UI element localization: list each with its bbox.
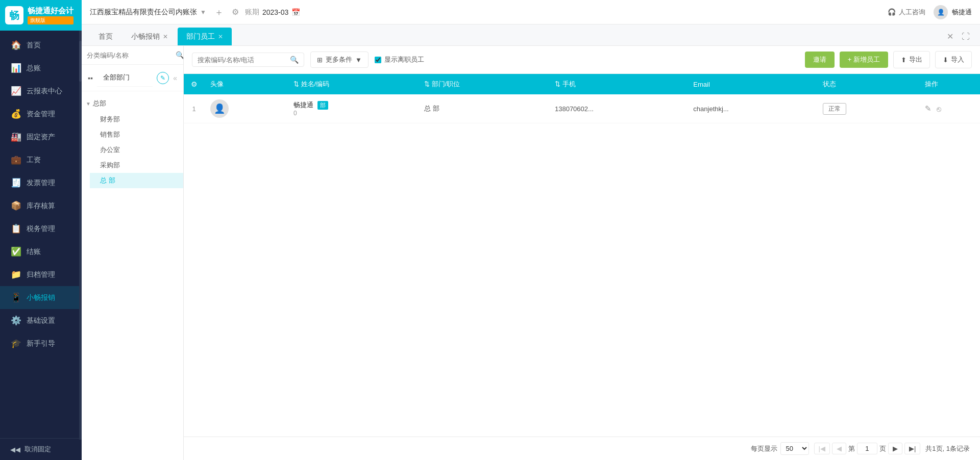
sidebar-item-assets[interactable]: 🏭 固定资产 bbox=[0, 125, 82, 148]
period-calendar-icon[interactable]: 📅 bbox=[291, 8, 300, 16]
sidebar-label-inventory: 库存核算 bbox=[27, 201, 55, 211]
topbar-service[interactable]: 🎧 人工咨询 bbox=[888, 8, 925, 17]
dept-tree: ▼ 总部 财务部 销售部 办公室 采购部 总 部 bbox=[82, 91, 183, 460]
reports-icon: 📈 bbox=[10, 86, 21, 96]
sidebar-item-reports[interactable]: 📈 云报表中心 bbox=[0, 80, 82, 103]
emp-search-input[interactable] bbox=[198, 56, 287, 64]
topbar-settings-icon[interactable]: ⚙ bbox=[232, 7, 239, 17]
sidebar-item-expense[interactable]: 📱 小畅报销 bbox=[0, 286, 82, 309]
pagination-total: 共1页, 1条记录 bbox=[925, 444, 970, 453]
emp-logout-btn[interactable]: ⎋ bbox=[937, 105, 941, 113]
page-first-btn[interactable]: |◀ bbox=[814, 443, 830, 454]
dept-edit-btn[interactable]: ✎ bbox=[157, 72, 169, 84]
page-next-btn[interactable]: ▶ bbox=[888, 443, 902, 454]
dept-search-bar: 🔍 bbox=[82, 46, 183, 65]
add-employee-button[interactable]: + 新增员工 bbox=[840, 52, 888, 68]
inventory-icon: 📦 bbox=[10, 200, 21, 211]
th-phone[interactable]: ⇅ 手机 bbox=[549, 74, 687, 94]
show-resigned-checkbox[interactable] bbox=[375, 57, 381, 63]
emp-toolbar-right: 邀请 + 新增员工 ⬆ 导出 ⬇ 导入 bbox=[805, 51, 972, 68]
dept-tree-item-general[interactable]: ▼ 总部 bbox=[82, 95, 183, 112]
company-dropdown-icon[interactable]: ▼ bbox=[200, 9, 206, 16]
import-button[interactable]: ⬇ 导入 bbox=[935, 51, 972, 68]
th-actions-label: 操作 bbox=[925, 80, 938, 88]
page-input[interactable] bbox=[857, 443, 877, 454]
tab-expand-btn[interactable]: ⛶ bbox=[960, 30, 972, 43]
topbar-user[interactable]: 👤 畅捷通 bbox=[934, 5, 972, 19]
dept-item-office[interactable]: 办公室 bbox=[90, 142, 183, 158]
checkout-icon: ✅ bbox=[10, 246, 21, 257]
page-last-btn[interactable]: ▶| bbox=[904, 443, 920, 454]
dept-item-sales[interactable]: 销售部 bbox=[90, 127, 183, 142]
th-name-label: 姓名/编码 bbox=[301, 80, 330, 88]
invite-button[interactable]: 邀请 bbox=[805, 52, 835, 68]
tab-dept-staff[interactable]: 部门员工 ✕ bbox=[178, 28, 232, 45]
dept-item-finance[interactable]: 财务部 bbox=[90, 112, 183, 127]
emp-search-icon[interactable]: 🔍 bbox=[290, 56, 299, 64]
tab-expense-close[interactable]: ✕ bbox=[163, 33, 168, 40]
tab-dept-close[interactable]: ✕ bbox=[218, 33, 223, 40]
th-name-sort-icon: ⇅ bbox=[293, 80, 299, 88]
sidebar-item-guide[interactable]: 🎓 新手引导 bbox=[0, 332, 82, 355]
tab-home[interactable]: 首页 bbox=[90, 28, 121, 45]
sidebar-item-salary[interactable]: 💼 工资 bbox=[0, 148, 82, 171]
sidebar-label-tax: 税务管理 bbox=[27, 224, 55, 234]
row-status-cell: 正常 bbox=[817, 94, 919, 123]
main-area: 江西服宝精品有限责任公司内账张 ▼ ＋ ⚙ 账期 2023-03 📅 🎧 人工咨… bbox=[82, 0, 980, 460]
emp-edit-btn[interactable]: ✎ bbox=[925, 104, 932, 113]
guide-icon: 🎓 bbox=[10, 338, 21, 349]
dept-search-icon[interactable]: 🔍 bbox=[176, 51, 184, 59]
assets-icon: 🏭 bbox=[10, 132, 21, 142]
per-page-select[interactable]: 50 10 20 100 bbox=[780, 442, 809, 455]
table-row: 1 👤 畅捷通 部 0 bbox=[184, 94, 980, 123]
sidebar-item-home[interactable]: 🏠 首页 bbox=[0, 34, 82, 57]
sidebar-item-tax[interactable]: 📋 税务管理 bbox=[0, 217, 82, 240]
tab-expense[interactable]: 小畅报销 ✕ bbox=[122, 28, 177, 45]
sidebar-item-ledger[interactable]: 📊 总账 bbox=[0, 57, 82, 80]
service-headset-icon: 🎧 bbox=[888, 8, 896, 16]
sidebar-item-inventory[interactable]: 📦 库存核算 bbox=[0, 194, 82, 217]
sidebar-label-guide: 新手引导 bbox=[27, 339, 55, 348]
sidebar-item-invoice[interactable]: 🧾 发票管理 bbox=[0, 171, 82, 194]
table-gear-icon[interactable]: ⚙ bbox=[191, 80, 198, 88]
th-dept-sort-icon: ⇅ bbox=[424, 80, 430, 88]
sidebar-label-settings: 基础设置 bbox=[27, 316, 55, 325]
company-name: 江西服宝精品有限责任公司内账张 bbox=[90, 8, 197, 17]
th-dept-position[interactable]: ⇅ 部门/职位 bbox=[418, 74, 549, 94]
filter-arrow-icon: ▼ bbox=[355, 56, 362, 64]
dept-search-input[interactable] bbox=[87, 52, 173, 59]
sidebar-item-checkout[interactable]: ✅ 结账 bbox=[0, 240, 82, 263]
logo-badge: 旗舰版 bbox=[28, 16, 74, 24]
th-name-code[interactable]: ⇅ 姓名/编码 bbox=[287, 74, 418, 94]
page-prev-btn[interactable]: ◀ bbox=[832, 443, 846, 454]
dept-item-purchase[interactable]: 采购部 bbox=[90, 158, 183, 173]
status-badge: 正常 bbox=[823, 103, 846, 115]
emp-code: 0 bbox=[293, 110, 412, 117]
emp-data-table: ⚙ 头像 ⇅ 姓名/编码 ⇅ 部门/职位 bbox=[184, 74, 980, 123]
dept-collapse-btn[interactable]: « bbox=[173, 74, 177, 82]
topbar: 江西服宝精品有限责任公司内账张 ▼ ＋ ⚙ 账期 2023-03 📅 🎧 人工咨… bbox=[82, 0, 980, 24]
export-button[interactable]: ⬆ 导出 bbox=[893, 51, 930, 68]
page-suffix: 页 bbox=[879, 444, 886, 453]
sidebar-cancel-pin[interactable]: ◀◀ 取消固定 bbox=[0, 438, 82, 460]
sidebar-item-funds[interactable]: 💰 资金管理 bbox=[0, 103, 82, 125]
add-company-btn[interactable]: ＋ bbox=[212, 4, 226, 20]
row-phone-cell: 138070602... bbox=[549, 94, 687, 123]
emp-search-box: 🔍 bbox=[192, 53, 304, 67]
topbar-right: 🎧 人工咨询 👤 畅捷通 bbox=[888, 5, 972, 19]
sidebar-label-invoice: 发票管理 bbox=[27, 178, 55, 188]
sidebar-item-archive[interactable]: 📁 归档管理 bbox=[0, 263, 82, 286]
dept-all-label[interactable]: 全部部门 bbox=[97, 69, 153, 87]
sidebar-label-ledger: 总账 bbox=[27, 64, 41, 73]
sidebar-logo[interactable]: 畅 畅捷通好会计 旗舰版 bbox=[0, 0, 82, 31]
pagination-size-select: 每页显示 50 10 20 100 bbox=[751, 442, 809, 455]
employee-panel: 🔍 ⊞ 更多条件 ▼ 显示离职员工 邀请 + 新增员工 ⬆ 导出 bbox=[184, 46, 980, 460]
sidebar-item-settings[interactable]: ⚙️ 基础设置 bbox=[0, 309, 82, 332]
emp-filter-btn[interactable]: ⊞ 更多条件 ▼ bbox=[310, 52, 369, 68]
page-text: 第 bbox=[848, 444, 855, 453]
pagination-nav: |◀ ◀ 第 页 ▶ ▶| bbox=[814, 443, 921, 454]
topbar-company[interactable]: 江西服宝精品有限责任公司内账张 ▼ bbox=[90, 8, 206, 17]
show-resigned-label[interactable]: 显示离职员工 bbox=[375, 55, 424, 64]
dept-item-headquarters[interactable]: 总 部 bbox=[90, 173, 183, 188]
tab-close-btn[interactable]: ✕ bbox=[945, 30, 955, 43]
